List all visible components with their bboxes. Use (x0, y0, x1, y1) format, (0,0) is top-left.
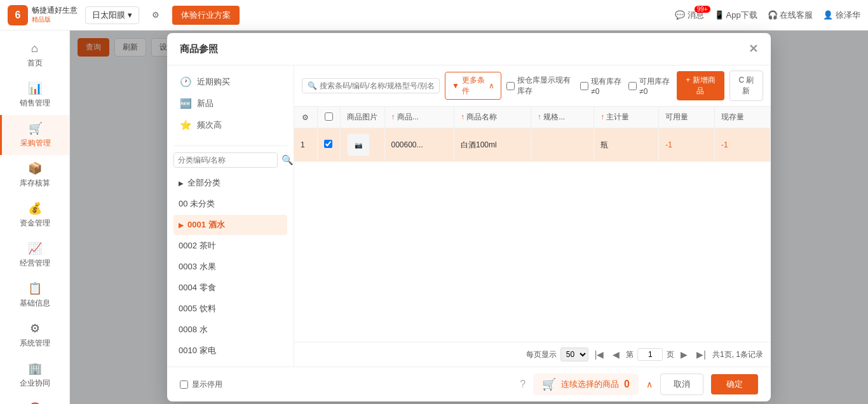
th-stock[interactable]: 现存量 (715, 107, 771, 128)
cat-tea[interactable]: 0002 茶叶 (173, 236, 287, 256)
cat-snack[interactable]: 0004 零食 (173, 278, 287, 298)
sidebar-label-basic: 基础信息 (20, 298, 50, 309)
trial-button[interactable]: 体验行业方案 (172, 6, 240, 25)
settings-icon[interactable]: ⚙ (147, 6, 165, 24)
sidebar-item-finance[interactable]: 💰 资金管理 (0, 195, 69, 235)
last-page-button[interactable]: ▶| (694, 348, 709, 361)
sidebar-item-business[interactable]: 📈 经营管理 (0, 235, 69, 275)
new-icon: 🆕 (180, 98, 192, 109)
tab-frequent-label: 频次高 (197, 119, 222, 131)
guide-icon: 🎯 (28, 401, 42, 404)
sidebar-item-purchase[interactable]: 🛒 采购管理 (0, 115, 69, 155)
sidebar-item-sales[interactable]: 📊 销售管理 (0, 75, 69, 115)
cancel-button[interactable]: 取消 (660, 374, 703, 395)
modal-body: 🕐 近期购买 🆕 新品 ⭐ 频次高 (167, 65, 771, 367)
th-check[interactable] (317, 107, 340, 128)
sidebar-label-home: 首页 (27, 58, 43, 69)
category-search-button[interactable]: 🔍 (281, 154, 294, 166)
td-stock: -1 (715, 128, 771, 162)
cat-drink-label: 0005 饮料 (179, 303, 216, 314)
table-row[interactable]: 1 📷 000600... 白酒100ml (294, 128, 771, 162)
checkbox-available-input[interactable] (628, 82, 637, 90)
tab-recent-purchase[interactable]: 🕐 近期购买 (173, 72, 287, 92)
first-page-button[interactable]: |◀ (592, 348, 607, 361)
confirm-button[interactable]: 确定 (711, 374, 758, 394)
cat-wine[interactable]: ▶ 0001 酒水 (173, 215, 287, 235)
checkbox-warehouse-input[interactable] (506, 82, 515, 90)
help-icon[interactable]: ? (520, 379, 526, 390)
sidebar-item-system[interactable]: ⚙ 系统管理 (0, 315, 69, 355)
select-all-checkbox[interactable] (325, 112, 333, 121)
td-available: -1 (659, 128, 715, 162)
refresh-button[interactable]: C 刷新 (729, 71, 763, 101)
modal-header: 商品参照 ✕ (167, 33, 771, 65)
td-name: 白酒100ml (454, 128, 531, 162)
nav-selector[interactable]: 日太阳膜 ▾ (85, 6, 139, 24)
th-spec[interactable]: ↑ 规格... (531, 107, 593, 128)
sidebar-item-inventory[interactable]: 📦 库存核算 (0, 155, 69, 195)
th-unit[interactable]: ↑ 主计量 (593, 107, 658, 128)
cat-drink[interactable]: 0005 饮料 (173, 299, 287, 319)
sidebar-label-purchase: 采购管理 (20, 138, 51, 149)
sidebar-item-guide[interactable]: 🎯 新手引导 (0, 395, 69, 404)
online-service[interactable]: 🎧 在线客服 (768, 10, 813, 21)
cat-appliance[interactable]: 0010 家电 (173, 340, 287, 361)
username: 徐泽华 (836, 10, 860, 20)
chevron-down-icon: ▾ (128, 10, 132, 20)
th-image[interactable]: 商品图片 (340, 107, 384, 128)
cart-label: 连续选择的商品 (561, 379, 619, 390)
cart-area[interactable]: 🛒 连续选择的商品 0 (533, 374, 639, 395)
message-area[interactable]: 💬 消息 99+ (675, 10, 704, 21)
tab-new-product[interactable]: 🆕 新品 (173, 93, 287, 114)
checkbox-current-stock[interactable]: 现有库存≠0 (580, 76, 623, 96)
cat-fruit[interactable]: 0003 水果 (173, 257, 287, 277)
cat-wine-label: 0001 酒水 (187, 219, 225, 231)
sort-icon-spec: ↑ (538, 112, 541, 121)
page-input[interactable] (637, 348, 663, 361)
sidebar-item-basic[interactable]: 📋 基础信息 (0, 275, 69, 315)
th-available[interactable]: 可用量 (659, 107, 715, 128)
filter-icon: ▼ (452, 81, 459, 90)
cat-uncategorized[interactable]: 00 未分类 (173, 194, 287, 214)
checkbox-available-stock[interactable]: 可用库存≠0 (628, 76, 672, 96)
add-product-button[interactable]: + 新增商品 (677, 71, 724, 100)
star-icon: ⭐ (180, 119, 192, 131)
row-checkbox[interactable] (324, 140, 332, 148)
th-settings[interactable]: ⚙ (294, 107, 317, 128)
table-header: ⚙ 商品图片 ↑ 商品... (294, 107, 771, 128)
product-thumbnail: 📷 (347, 133, 370, 156)
headphone-icon: 🎧 (768, 10, 778, 20)
user-area[interactable]: 👤 徐泽华 (823, 10, 860, 21)
product-search-input[interactable] (320, 81, 434, 90)
show-disabled-input[interactable] (180, 380, 188, 389)
td-check[interactable] (317, 128, 340, 162)
filter-button[interactable]: ▼ 更多条件 ∧ (445, 72, 501, 100)
stock-value: -1 (721, 140, 728, 149)
th-code[interactable]: ↑ 商品... (384, 107, 454, 128)
cat-all[interactable]: ▶ 全部分类 (173, 173, 287, 193)
show-disabled-checkbox[interactable]: 显示停用 (180, 379, 222, 390)
app-download[interactable]: 📱 App下载 (714, 10, 757, 21)
footer-right: ? 🛒 连续选择的商品 0 ∧ 取消 确定 (520, 374, 758, 395)
product-search-box[interactable]: 🔍 (302, 78, 440, 93)
next-page-button[interactable]: ▶ (678, 348, 690, 361)
sidebar-item-enterprise[interactable]: 🏢 企业协同 (0, 355, 69, 395)
sidebar-item-home[interactable]: ⌂ 首页 (0, 36, 69, 75)
system-icon: ⚙ (30, 321, 40, 335)
checkbox-current-input[interactable] (580, 82, 588, 90)
per-page-select[interactable]: 50 (560, 347, 588, 361)
checkbox-warehouse-stock[interactable]: 按仓库显示现有库存 (506, 75, 576, 97)
prev-page-button[interactable]: ◀ (610, 348, 622, 361)
tab-frequent[interactable]: ⭐ 频次高 (173, 115, 287, 135)
checkbox-available-label: 可用库存≠0 (639, 76, 672, 96)
modal-close-button[interactable]: ✕ (749, 42, 758, 56)
th-name[interactable]: ↑ 商品名称 (454, 107, 531, 128)
arrow-icon: ▶ (179, 180, 184, 187)
cat-water[interactable]: 0008 水 (173, 320, 287, 340)
cat-snack-label: 0004 零食 (179, 282, 216, 293)
category-search-input[interactable] (173, 152, 278, 168)
th-available-label: 可用量 (665, 112, 688, 121)
chevron-up-icon[interactable]: ∧ (646, 379, 653, 389)
thumbnail-placeholder: 📷 (355, 142, 362, 149)
product-toolbar: 🔍 ▼ 更多条件 ∧ 按仓库显示现有库存 (294, 65, 771, 107)
